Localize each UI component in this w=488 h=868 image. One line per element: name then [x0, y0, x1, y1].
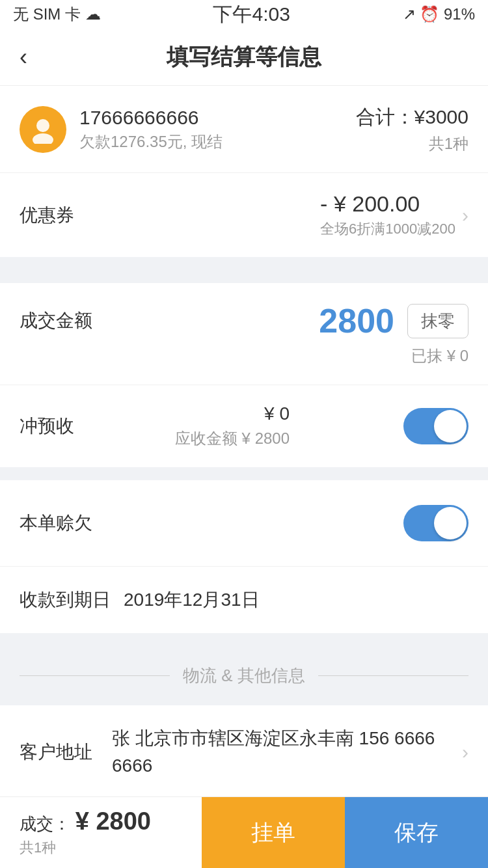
hang-button[interactable]: 挂单 [202, 797, 345, 869]
due-date-label: 收款到期日 [20, 588, 111, 612]
status-right: ↗ ⏰ 91% [403, 5, 475, 23]
svg-point-0 [36, 119, 49, 132]
debt-toggle[interactable] [403, 505, 468, 541]
gray-divider-3 [0, 633, 488, 646]
debt-toggle-knob [434, 507, 467, 539]
customer-total: 合计：¥3000 共1种 [356, 104, 468, 154]
status-left: 无 SIM 卡 ☁ [13, 4, 101, 25]
prepay-toggle-knob [434, 410, 467, 442]
status-icons: ↗ ⏰ 91% [403, 5, 475, 23]
svg-point-1 [33, 133, 53, 144]
user-icon [29, 115, 57, 144]
address-row[interactable]: 客户地址 张 北京市市辖区海淀区永丰南 156 6666 6666 › [0, 705, 488, 799]
debt-row: 本单赊欠 [0, 480, 488, 566]
due-date-value: 2019年12月31日 [124, 588, 260, 612]
coupon-desc: 全场6折满1000减200 [320, 219, 455, 239]
coupon-label: 优惠券 [20, 203, 74, 228]
amount-right: 2800 抹零 [319, 301, 468, 340]
coupon-discount: - ¥ 200.00 [320, 191, 455, 217]
coupon-row[interactable]: 优惠券 - ¥ 200.00 全场6折满1000减200 › [0, 172, 488, 257]
due-date-row: 收款到期日 2019年12月31日 [0, 566, 488, 633]
amount-row: 成交金额 2800 抹零 [20, 301, 468, 340]
sim-text: 无 SIM 卡 ☁ [13, 4, 101, 25]
address-arrow-icon: › [462, 741, 468, 763]
avatar [20, 106, 66, 153]
status-time: 下午4:03 [213, 1, 290, 28]
address-label: 客户地址 [20, 740, 92, 765]
debt-label: 本单赊欠 [20, 511, 92, 536]
address-value: 张 北京市市辖区海淀区永丰南 156 6666 6666 [112, 725, 462, 780]
gray-divider-1 [0, 270, 488, 283]
gray-divider-2 [0, 467, 488, 480]
bottom-bar: 成交： ¥ 2800 共1种 挂单 保存 [0, 796, 488, 868]
logistics-text: 物流 & 其他信息 [170, 664, 318, 687]
prepay-sub: 应收金额 ¥ 2800 [175, 428, 290, 449]
prepay-label: 冲预收 [20, 414, 74, 439]
amount-value: 2800 [319, 301, 394, 340]
total-amount: 合计：¥3000 [356, 104, 468, 131]
save-button[interactable]: 保存 [345, 797, 488, 869]
logistics-line-right [318, 675, 468, 676]
bottom-summary: 成交： ¥ 2800 共1种 [0, 807, 202, 858]
amount-label: 成交金额 [20, 308, 92, 333]
prepay-right: ¥ 0 应收金额 ¥ 2800 [175, 403, 290, 449]
page-title: 填写结算等信息 [167, 42, 321, 72]
customer-section: 17666666666 欠款1276.35元, 现结 合计：¥3000 共1种 … [0, 86, 488, 257]
prepay-toggle[interactable] [403, 408, 468, 444]
round-off-button[interactable]: 抹零 [407, 304, 468, 338]
customer-row: 17666666666 欠款1276.35元, 现结 合计：¥3000 共1种 [0, 86, 488, 172]
total-sub: 共1种 [356, 133, 468, 154]
nav-bar: ‹ 填写结算等信息 [0, 29, 488, 86]
amount-sub: 已抹 ¥ 0 [20, 346, 468, 366]
bottom-count: 共1种 [20, 838, 182, 858]
customer-phone: 17666666666 [79, 107, 356, 129]
coupon-right: - ¥ 200.00 全场6折满1000减200 › [320, 191, 468, 239]
coupon-arrow-icon: › [462, 204, 468, 226]
logistics-line-left [20, 675, 170, 676]
customer-info: 17666666666 欠款1276.35元, 现结 [79, 107, 356, 152]
back-button[interactable]: ‹ [20, 44, 27, 71]
bottom-deal-label: 成交： [20, 814, 70, 834]
prepay-amount: ¥ 0 [264, 403, 290, 424]
bottom-deal-row: 成交： ¥ 2800 [20, 807, 182, 835]
status-bar: 无 SIM 卡 ☁ 下午4:03 ↗ ⏰ 91% [0, 0, 488, 29]
amount-section: 成交金额 2800 抹零 已抹 ¥ 0 [0, 283, 488, 385]
bottom-deal-amount: ¥ 2800 [75, 807, 151, 835]
logistics-divider: 物流 & 其他信息 [0, 646, 488, 705]
prepay-row: 冲预收 ¥ 0 应收金额 ¥ 2800 [0, 385, 488, 467]
customer-sub-text: 欠款1276.35元, 现结 [79, 131, 356, 152]
